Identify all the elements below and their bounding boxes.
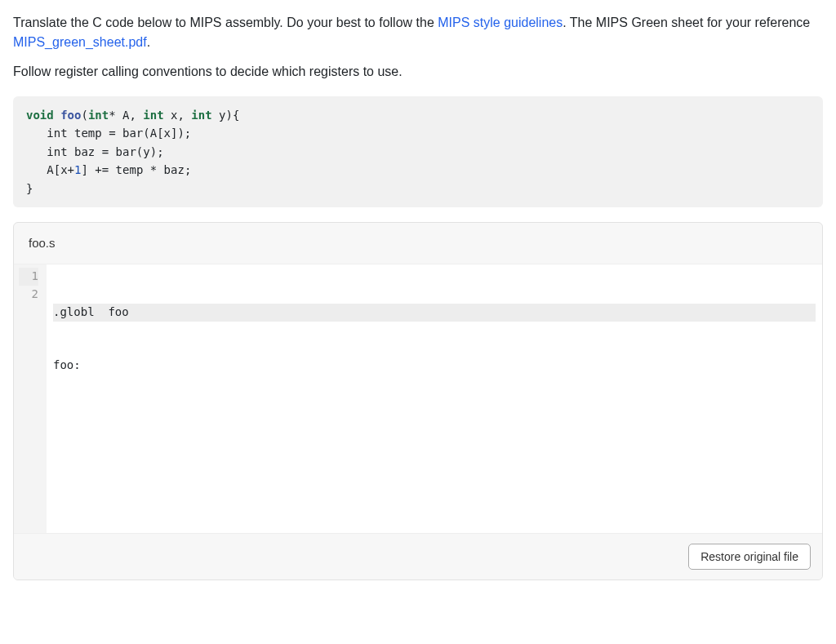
param-x: x,: [164, 109, 192, 122]
code-editor-area[interactable]: .globl foo foo:: [47, 264, 822, 533]
editor-footer: Restore original file: [14, 533, 822, 580]
function-name-foo: foo: [60, 109, 81, 122]
link-mips-style-guidelines[interactable]: MIPS style guidelines: [438, 16, 563, 29]
c-line-3: int baz = bar(y);: [26, 145, 164, 158]
c-source-code-block: void foo(int* A, int x, int y){ int temp…: [13, 96, 823, 207]
param-a: A,: [116, 109, 144, 122]
type-int: int: [191, 109, 211, 122]
c-line-4a: A[x+: [26, 163, 74, 176]
keyword-void: void: [26, 109, 54, 122]
instruction-text: . The MIPS Green sheet for your referenc…: [563, 16, 810, 29]
param-y: y){: [212, 109, 240, 122]
instructions: Translate the C code below to MIPS assem…: [13, 13, 823, 82]
instruction-text: Translate the C code below to MIPS assem…: [13, 16, 438, 29]
c-line-2: int temp = bar(A[x]);: [26, 127, 191, 140]
code-line-1: .globl foo: [53, 304, 816, 322]
instruction-paragraph-2: Follow register calling conventions to d…: [13, 62, 823, 82]
gutter-line-2: 2: [19, 286, 38, 304]
type-int: int: [143, 109, 163, 122]
editor-filename: foo.s: [14, 223, 822, 264]
type-int: int: [88, 109, 109, 122]
gutter-line-1: 1: [19, 268, 38, 286]
c-line-4b: ] += temp * baz;: [81, 163, 191, 176]
instruction-paragraph-1: Translate the C code below to MIPS assem…: [13, 13, 823, 52]
editor-body: 1 2 .globl foo foo:: [14, 264, 822, 533]
editor-gutter: 1 2: [14, 264, 47, 533]
restore-original-file-button[interactable]: Restore original file: [688, 544, 811, 570]
code-line-2: foo:: [53, 357, 816, 375]
link-mips-green-sheet[interactable]: MIPS_green_sheet.pdf: [13, 35, 147, 49]
c-line-5: }: [26, 182, 33, 195]
pointer-star: *: [109, 109, 115, 122]
editor-container: foo.s 1 2 .globl foo foo: Restore origin…: [13, 222, 823, 581]
instruction-text: .: [147, 35, 150, 49]
